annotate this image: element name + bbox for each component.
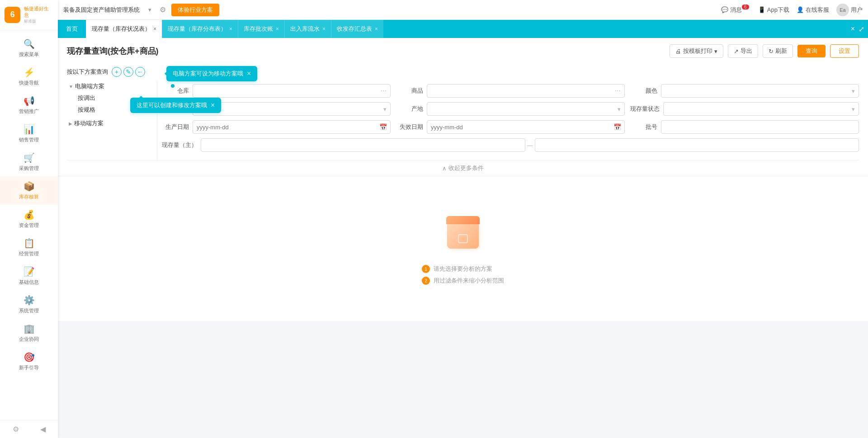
tab-stock-status-close[interactable]: × <box>153 26 156 32</box>
edit-scheme-btn[interactable]: ✎ <box>123 67 133 77</box>
sidebar-item-sales[interactable]: 📊 销售管理 <box>0 119 58 148</box>
page-actions: 🖨 按模板打印 ▾ ↗ 导出 ↻ 刷新 查询 设置 <box>670 44 859 58</box>
sidebar-item-enterprise[interactable]: 🏢 企业协同 <box>0 319 58 347</box>
sidebar-item-finance[interactable]: 💰 资金管理 <box>0 205 58 233</box>
tab-stock-summary[interactable]: 收发存汇总表 × <box>331 20 383 38</box>
origin-arrow: ▾ <box>618 106 621 113</box>
tab-stock-batch-label: 库存批次账 <box>244 25 273 33</box>
finance-label: 资金管理 <box>19 222 39 229</box>
prod-date-input[interactable] <box>193 120 391 134</box>
message-btn[interactable]: 💬 消息 6 <box>721 6 751 14</box>
edit-tooltip-close-btn[interactable]: × <box>211 101 215 109</box>
prod-date-calendar-icon[interactable]: 📅 <box>379 123 387 131</box>
expiry-date-input[interactable] <box>427 120 625 134</box>
origin-label: 产地 <box>396 105 423 113</box>
sidebar-item-system[interactable]: ⚙️ 系统管理 <box>0 290 58 319</box>
stock-icon: 📦 <box>24 181 35 192</box>
tab-stock-dist[interactable]: 现存量（库存分布表） × <box>162 20 238 38</box>
tab-fullscreen-btn[interactable]: ⤢ <box>859 25 864 33</box>
empty-face-shape <box>458 234 468 243</box>
stock-status-label: 现存量状态 <box>630 105 660 113</box>
expiry-date-calendar-icon[interactable]: 📅 <box>613 123 621 131</box>
sidebar-settings-btn[interactable]: ⚙ <box>13 425 19 433</box>
export-label: 导出 <box>741 47 752 55</box>
scheme-group-mobile: ▶ 移动端方案 <box>67 118 152 129</box>
size-select[interactable]: ▾ <box>193 102 391 116</box>
color-select[interactable]: ▾ <box>661 84 859 98</box>
marketing-label: 营销推广 <box>19 108 39 115</box>
filter-row-4: 现存量（主） — <box>162 138 859 152</box>
filter-body: ▼ 电脑端方案 按调出 按规格 ▶ 移动端方案 <box>67 80 859 160</box>
quick-nav-label: 快捷导航 <box>19 80 39 86</box>
export-icon: ↗ <box>734 48 739 55</box>
stock-status-arrow: ▾ <box>852 106 855 113</box>
scheme-group-pc-header[interactable]: ▼ 电脑端方案 <box>67 80 152 92</box>
refresh-btn[interactable]: ↻ 刷新 <box>763 44 793 58</box>
system-dropdown-btn[interactable]: ▾ <box>145 5 154 14</box>
sidebar-item-marketing[interactable]: 📢 营销推广 <box>0 91 58 119</box>
tab-stock-dist-close[interactable]: × <box>229 26 232 32</box>
empty-box-shape <box>447 221 479 249</box>
stock-main-from[interactable] <box>201 138 525 152</box>
sidebar-collapse-btn[interactable]: ◀ <box>40 425 46 433</box>
collapse-btn[interactable]: ∧ 收起更多条件 <box>442 164 484 172</box>
sidebar-item-operations[interactable]: 📋 经营管理 <box>0 233 58 262</box>
export-btn[interactable]: ↗ 导出 <box>728 44 758 58</box>
logo-text-wrap: 畅捷通好生意 标准版 <box>24 5 53 24</box>
sidebar-item-purchase[interactable]: 🛒 采购管理 <box>0 148 58 176</box>
filter-field-prod-date: 生产日期 📅 <box>162 120 391 134</box>
edit-tooltip: 这里可以创建和修改方案哦 × <box>130 98 221 113</box>
tab-stock-summary-close[interactable]: × <box>375 26 378 32</box>
sidebar-nav: 🔍 搜索菜单 ⚡ 快捷导航 📢 营销推广 📊 销售管理 🛒 采购管理 📦 库存核… <box>0 30 58 420</box>
sidebar-item-search[interactable]: 🔍 搜索菜单 <box>0 34 58 62</box>
industry-plan-btn[interactable]: 体验行业方案 <box>171 4 219 16</box>
purchase-icon: 🛒 <box>24 152 35 163</box>
back-scheme-btn[interactable]: ← <box>135 67 145 77</box>
filter-row-2: 尺码 ▾ 产地 ▾ <box>162 102 859 116</box>
tab-stock-inout-close[interactable]: × <box>322 26 326 32</box>
tab-stock-inout[interactable]: 出入库流水 × <box>284 20 331 38</box>
search-btn[interactable]: 查询 <box>797 45 826 57</box>
sidebar-item-stock[interactable]: 📦 库存核算 <box>0 176 58 205</box>
warehouse-select[interactable]: ··· <box>193 84 391 98</box>
online-service-btn[interactable]: 👤 在线客服 <box>797 6 829 14</box>
filter-field-stock-main: 现存量（主） — <box>162 138 859 152</box>
scheme-group-mobile-header[interactable]: ▶ 移动端方案 <box>67 118 152 129</box>
tab-stock-batch[interactable]: 库存批次账 × <box>238 20 284 38</box>
settings-btn[interactable]: 设置 <box>830 44 859 58</box>
goods-select[interactable]: ··· <box>427 84 625 98</box>
tab-stock-batch-close[interactable]: × <box>276 26 279 32</box>
basic-icon: 📝 <box>24 266 35 277</box>
batch-label: 批号 <box>630 123 657 131</box>
filter-field-goods: 商品 ··· <box>396 84 625 98</box>
online-service-label: 在线客服 <box>806 6 829 14</box>
header-gear-btn[interactable]: ⚙ <box>160 5 166 14</box>
scheme-tooltip-close-btn[interactable]: × <box>247 70 251 78</box>
tab-stock-inout-label: 出入库流水 <box>290 25 320 33</box>
add-scheme-btn[interactable]: + <box>112 67 122 77</box>
color-label: 颜色 <box>630 87 657 95</box>
sidebar-item-quick-nav[interactable]: ⚡ 快捷导航 <box>0 62 58 91</box>
stock-status-select[interactable]: ▾ <box>663 102 859 116</box>
stock-main-to[interactable] <box>535 138 859 152</box>
sidebar-item-guide[interactable]: 🎯 新手引导 <box>0 347 58 376</box>
tab-home[interactable]: 首页 <box>58 20 86 38</box>
logo-text: 畅捷通好生意 <box>24 5 53 19</box>
collapse-arrow-icon: ∧ <box>442 165 447 172</box>
sidebar-item-basic[interactable]: 📝 基础信息 <box>0 262 58 290</box>
tab-close-all-btn[interactable]: × <box>851 25 855 33</box>
print-btn[interactable]: 🖨 按模板打印 ▾ <box>670 44 723 58</box>
system-title: 装备及固定资产辅助管理系统 <box>63 6 140 14</box>
empty-illustration <box>440 212 486 258</box>
sidebar-logo[interactable]: 6 畅捷通好生意 标准版 <box>0 0 58 30</box>
app-download-btn[interactable]: 📱 App下载 <box>758 6 789 14</box>
scheme-group-pc-arrow: ▼ <box>69 84 73 89</box>
print-icon: 🖨 <box>675 48 681 55</box>
user-btn[interactable]: Ea 用户 <box>836 4 863 16</box>
scheme-tooltip: 电脑方案可设为移动方案哦 × <box>166 66 257 81</box>
operations-label: 经营管理 <box>19 250 39 257</box>
origin-select[interactable]: ▾ <box>427 102 625 116</box>
tab-bar: 首页 现存量（库存状况表） × 现存量（库存分布表） × 库存批次账 × 出入库… <box>58 20 868 38</box>
batch-input[interactable] <box>661 120 859 134</box>
tab-stock-status[interactable]: 现存量（库存状况表） × <box>86 20 162 38</box>
